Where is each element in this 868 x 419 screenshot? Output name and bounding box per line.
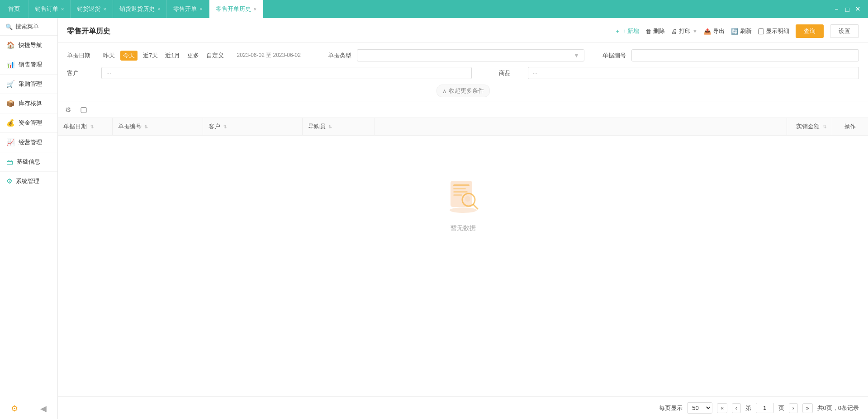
date-opt-1month[interactable]: 近1月	[163, 51, 182, 61]
product-filter: 商品 ···	[499, 67, 859, 79]
empty-state: 暂无数据	[58, 136, 868, 268]
last-page-button[interactable]: »	[802, 403, 813, 413]
query-button[interactable]: 查询	[796, 24, 824, 38]
window-controls: － □ ✕	[833, 5, 868, 14]
sidebar-item-quicknav[interactable]: 🏠 快捷导航	[0, 36, 57, 55]
svg-point-8	[465, 196, 470, 202]
col-amount: 实销金额 ⇅	[787, 118, 832, 136]
delete-button[interactable]: 🗑 删除	[645, 27, 665, 35]
sidebar-item-finance[interactable]: 💰 资金管理	[0, 113, 57, 133]
type-select[interactable]: ▼	[357, 49, 584, 61]
sidebar-item-inventory[interactable]: 📦 库存核算	[0, 94, 57, 113]
close-tab-sales-order[interactable]: ×	[61, 6, 64, 12]
svg-rect-3	[453, 188, 466, 189]
empty-text: 暂无数据	[451, 224, 476, 232]
customer-select[interactable]: ···	[101, 67, 472, 79]
page-label-post: 页	[778, 404, 784, 412]
finance-icon: 💰	[6, 119, 15, 127]
date-opt-today[interactable]: 今天	[120, 51, 138, 61]
system-icon: ⚙	[6, 177, 12, 185]
refresh-button[interactable]: 🔄 刷新	[731, 27, 752, 35]
type-label: 单据类型	[328, 52, 353, 60]
data-table: 单据日期 ⇅ 单据编号 ⇅ 客户 ⇅ 导购员 ⇅	[58, 118, 868, 136]
tab-sales-return-history[interactable]: 销货退货历史 ×	[113, 0, 167, 18]
table-config-icon[interactable]: ⚙	[65, 106, 71, 114]
col-action: 操作	[832, 118, 868, 136]
sidebar: 🔍 搜索菜单 🏠 快捷导航 📊 销售管理 🛒 采购管理 📦 库存核算 💰 资金管…	[0, 18, 58, 419]
col-spacer	[375, 118, 787, 136]
sort-number-icon[interactable]: ⇅	[144, 124, 148, 129]
date-options: 昨天 今天 近7天 近1月 更多 自定义	[101, 51, 226, 61]
tab-sales-return[interactable]: 销货退货 ×	[71, 0, 113, 18]
tab-retail-order-history[interactable]: 零售开单历史 ×	[209, 0, 263, 18]
minimize-button[interactable]: －	[833, 5, 840, 14]
print-dropdown-icon[interactable]: ▼	[693, 28, 697, 34]
date-opt-7days[interactable]: 近7天	[141, 51, 160, 61]
basicinfo-icon: 🗃	[6, 158, 13, 166]
top-tab-bar: 首页 销售订单 × 销货退货 × 销货退货历史 × 零售开单 × 零售开单历史 …	[0, 0, 868, 18]
date-opt-more[interactable]: 更多	[185, 51, 201, 61]
purchase-icon: 🛒	[6, 80, 15, 88]
prev-page-button[interactable]: ‹	[732, 403, 741, 413]
pagination: 每页显示 50 10 20 100 « ‹ 第 页 › » 共0页，0条记录	[58, 396, 868, 419]
display-detail-input[interactable]	[758, 28, 764, 34]
table-area: ⚙ 单据日期 ⇅ 单据编号 ⇅ 客户	[58, 102, 868, 396]
date-opt-yesterday[interactable]: 昨天	[101, 51, 117, 61]
close-tab-sales-return[interactable]: ×	[103, 6, 106, 12]
product-select[interactable]: ···	[528, 67, 859, 79]
maximize-button[interactable]: □	[845, 5, 849, 13]
management-icon: 📈	[6, 138, 15, 146]
close-tab-retail-order[interactable]: ×	[199, 6, 202, 12]
page-actions: ＋ + 新增 🗑 删除 🖨 打印 ▼ 📤 导出 🔄	[615, 24, 859, 38]
export-icon: 📤	[704, 28, 711, 35]
table-toolbar: ⚙	[58, 102, 868, 118]
sidebar-search[interactable]: 🔍 搜索菜单	[0, 18, 57, 36]
sort-date-icon[interactable]: ⇅	[90, 124, 94, 129]
settings-bottom-icon[interactable]: ⚙	[11, 404, 18, 414]
svg-point-0	[450, 207, 477, 213]
collapse-sidebar-icon[interactable]: ◀	[40, 404, 47, 414]
page-size-select[interactable]: 50 10 20 100	[687, 402, 712, 414]
add-icon: ＋	[615, 27, 621, 35]
svg-line-7	[473, 204, 478, 209]
tab-retail-order[interactable]: 零售开单 ×	[167, 0, 209, 18]
sidebar-item-system[interactable]: ⚙ 系统管理	[0, 172, 57, 191]
print-icon: 🖨	[671, 28, 677, 35]
sidebar-item-purchase[interactable]: 🛒 采购管理	[0, 75, 57, 94]
next-page-button[interactable]: ›	[789, 403, 798, 413]
close-tab-retail-order-history[interactable]: ×	[254, 6, 256, 12]
number-label: 单据编号	[602, 52, 628, 60]
collapse-icon: ∧	[442, 88, 447, 94]
sort-amount-icon[interactable]: ⇅	[823, 124, 826, 129]
col-guide: 导购员 ⇅	[302, 118, 375, 136]
close-tab-sales-return-history[interactable]: ×	[157, 6, 160, 12]
tab-sales-order[interactable]: 销售订单 ×	[28, 0, 71, 18]
number-input[interactable]	[631, 49, 859, 61]
number-filter: 单据编号	[602, 49, 859, 61]
print-button[interactable]: 🖨 打印 ▼	[671, 27, 697, 35]
select-all-checkbox[interactable]	[76, 107, 91, 113]
customer-label: 客户	[67, 69, 92, 77]
collapse-button[interactable]: ∧ 收起更多条件	[436, 85, 490, 97]
setting-button[interactable]: 设置	[830, 24, 859, 38]
total-text: 共0页，0条记录	[817, 404, 859, 412]
date-opt-custom[interactable]: 自定义	[204, 51, 226, 61]
display-detail-checkbox[interactable]: 显示明细	[758, 27, 789, 35]
inventory-icon: 📦	[6, 99, 15, 108]
sidebar-item-sales[interactable]: 📊 销售管理	[0, 55, 57, 75]
sort-customer-icon[interactable]: ⇅	[223, 124, 227, 129]
sidebar-item-basicinfo[interactable]: 🗃 基础信息	[0, 152, 57, 172]
content-area: 零售开单历史 ＋ + 新增 🗑 删除 🖨 打印 ▼ 📤 导出	[58, 18, 868, 419]
first-page-button[interactable]: «	[717, 403, 727, 413]
tab-home[interactable]: 首页	[0, 0, 28, 18]
add-button[interactable]: ＋ + 新增	[615, 27, 639, 35]
page-number-input[interactable]	[756, 403, 774, 413]
export-button[interactable]: 📤 导出	[704, 27, 725, 35]
close-button[interactable]: ✕	[855, 5, 861, 13]
page-title: 零售开单历史	[67, 27, 110, 36]
svg-rect-5	[453, 194, 462, 196]
table-header: 单据日期 ⇅ 单据编号 ⇅ 客户 ⇅ 导购员 ⇅	[58, 118, 868, 136]
sidebar-item-management[interactable]: 📈 经营管理	[0, 133, 57, 152]
sort-guide-icon[interactable]: ⇅	[328, 124, 332, 129]
product-placeholder: ···	[533, 70, 538, 76]
